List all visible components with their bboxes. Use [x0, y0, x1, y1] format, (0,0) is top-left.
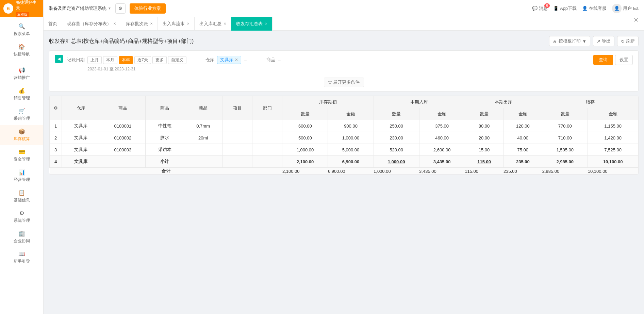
row-out-qty[interactable]: 20.00: [465, 132, 503, 144]
sidebar-item-enterprise[interactable]: 🏢 企业协同: [0, 227, 43, 247]
tab-inventory-dist-close[interactable]: ✕: [113, 22, 116, 26]
export-button[interactable]: ↗ 导出: [593, 36, 614, 46]
tab-in-out-flow[interactable]: 出入库流水 ✕: [158, 17, 195, 31]
row-opening-qty: 2,100.00: [282, 156, 328, 168]
row-out-qty[interactable]: 15.00: [465, 144, 503, 156]
query-button[interactable]: 查询: [593, 55, 613, 65]
row-in-qty[interactable]: 520.00: [374, 144, 419, 156]
col-goods-name-header: 商品: [146, 96, 184, 120]
tab-collect-summary[interactable]: 收发存汇总表 ✕: [231, 17, 273, 31]
sidebar-item-purchase[interactable]: 🛒 采购管理: [0, 104, 43, 125]
row-out-qty-link[interactable]: 20.00: [479, 135, 490, 141]
row-in-qty[interactable]: 1,000.00: [374, 156, 419, 168]
sidebar-item-quick-nav[interactable]: 🏠 快捷导航: [0, 40, 43, 61]
col-group-out: 本期出库: [465, 96, 542, 108]
user-menu[interactable]: 👤 用户 Ea: [612, 4, 639, 13]
tab-in-out-summary[interactable]: 出入库汇总 ✕: [195, 17, 231, 31]
tab-in-out-summary-close[interactable]: ✕: [224, 22, 226, 26]
tab-batch-close[interactable]: ✕: [150, 22, 153, 26]
footer-balance-qty: 2,985.00: [542, 168, 588, 174]
row-out-amt: 40.00: [503, 132, 542, 144]
system-title-dropdown[interactable]: 装备及固定资产辅助管理系统 ▼: [49, 5, 111, 12]
warehouse-more-button[interactable]: ...: [244, 57, 247, 62]
settings-button[interactable]: ⚙: [115, 3, 126, 14]
row-out-qty[interactable]: 115.00: [465, 156, 503, 168]
table-footer: 合计 2,100.00 6,900.00 1,000.00 3,435.00 1…: [50, 168, 638, 174]
sidebar-item-marketing[interactable]: 📢 营销推广: [0, 64, 43, 84]
row-in-qty[interactable]: 250.00: [374, 120, 419, 132]
row-in-qty-link[interactable]: 520.00: [390, 147, 403, 152]
tab-inventory-dist[interactable]: 现存量（库存分布表） ✕: [62, 17, 121, 31]
warehouse-filter: 仓库 文具库 ✕ ...: [205, 56, 247, 64]
row-in-qty[interactable]: 230.00: [374, 132, 419, 144]
date-btn-more[interactable]: 更多: [152, 56, 167, 64]
date-btn-this-year[interactable]: 本年: [119, 56, 133, 64]
row-department: [252, 156, 282, 168]
date-btn-this-month[interactable]: 本月: [103, 56, 117, 64]
operations-icon: 📊: [18, 169, 25, 176]
gear-icon: ⚙: [118, 6, 122, 11]
sidebar-item-system[interactable]: ⚙ 系统管理: [0, 206, 43, 227]
goods-filter: 商品 ...: [266, 57, 281, 63]
col-goods-code-header: 商品: [100, 96, 146, 120]
col-department-header: 部门: [252, 96, 282, 120]
sidebar-item-sales[interactable]: 💰 销售管理: [0, 84, 43, 104]
row-out-qty-link[interactable]: 15.00: [479, 147, 490, 152]
table-row: 4文具库小计2,100.006,900.001,000.003,435.0011…: [50, 156, 638, 168]
goods-more-button[interactable]: ...: [278, 57, 281, 62]
app-download-button[interactable]: 📱 App下载: [553, 5, 577, 12]
sidebar-item-search[interactable]: 🔍 搜索菜单: [0, 20, 43, 40]
message-button[interactable]: 💬 消息 6: [532, 5, 548, 12]
sidebar-item-finance[interactable]: 💳 资金管理: [0, 145, 43, 166]
sidebar-divider: [4, 62, 39, 62]
tab-home-label: 首页: [48, 21, 57, 27]
tab-batch[interactable]: 库存批次账 ✕: [121, 17, 158, 31]
page-title: 收发存汇总表(按仓库+商品编码+商品+规格型号+项目+部门): [49, 38, 194, 45]
filter-toggle-button[interactable]: ◀: [55, 55, 63, 63]
row-no: 4: [50, 156, 62, 168]
online-service-button[interactable]: 👤 在线客服: [582, 5, 607, 12]
tabbar-close-all[interactable]: ✕: [628, 16, 644, 24]
row-in-qty-link[interactable]: 250.00: [390, 123, 403, 129]
row-goods-name: 采访本: [146, 144, 184, 156]
row-out-qty[interactable]: 80.00: [465, 120, 503, 132]
col-in-qty-header: 数量: [374, 108, 419, 120]
tab-in-out-flow-close[interactable]: ✕: [187, 22, 189, 26]
print-button[interactable]: 🖨 按模板打印 ▼: [549, 36, 590, 46]
page-actions: 🖨 按模板打印 ▼ ↗ 导出 ↻ 刷新: [549, 36, 639, 46]
warehouse-remove-button[interactable]: ✕: [235, 57, 238, 62]
date-range-text: 2023-01-01 至 2023-12-31: [87, 67, 135, 71]
tab-home[interactable]: 首页: [44, 17, 62, 31]
row-out-qty-link[interactable]: 80.00: [479, 123, 490, 129]
expand-button[interactable]: ▽ 展开更多条件: [324, 78, 364, 87]
tab-in-out-summary-label: 出入库汇总: [199, 21, 221, 27]
sidebar-item-label: 经营管理: [14, 177, 30, 183]
settings-form-button[interactable]: 设置: [615, 55, 633, 65]
date-btn-7days[interactable]: 近7天: [134, 56, 151, 64]
sidebar-item-basic-info[interactable]: 📋 基础信息: [0, 186, 43, 206]
date-btn-custom[interactable]: 自定义: [168, 56, 186, 64]
sidebar-item-operations[interactable]: 📊 经营管理: [0, 166, 43, 186]
footer-opening-amt: 6,900.00: [328, 168, 374, 174]
experience-button[interactable]: 体验行业方案: [130, 3, 166, 14]
row-out-qty-link[interactable]: 115.00: [477, 159, 491, 164]
filter-action-buttons: 查询 设置: [593, 55, 633, 65]
sidebar-item-guide[interactable]: 📖 新手引导: [0, 247, 43, 268]
row-in-amt: 2,600.00: [419, 144, 465, 156]
row-balance-amt: 7,525.00: [588, 144, 638, 156]
tab-collect-summary-close[interactable]: ✕: [265, 22, 267, 26]
row-in-qty-link[interactable]: 1,000.00: [388, 159, 405, 164]
table-settings-icon: ⚙: [54, 105, 58, 111]
refresh-button[interactable]: ↻ 刷新: [617, 36, 639, 46]
row-balance-qty: 2,985.00: [542, 156, 588, 168]
row-in-qty-link[interactable]: 230.00: [390, 135, 403, 141]
sidebar-item-label: 基础信息: [14, 197, 30, 203]
row-opening-amt: 1,000.00: [328, 132, 374, 144]
sidebar-item-inventory[interactable]: 📦 库存核算: [0, 125, 43, 145]
col-settings[interactable]: ⚙: [50, 96, 62, 120]
row-balance-qty: 770.00: [542, 120, 588, 132]
main-content: 收发存汇总表(按仓库+商品编码+商品+规格型号+项目+部门) 🖨 按模板打印 ▼…: [44, 31, 644, 180]
row-warehouse: 文具库: [62, 156, 100, 168]
tab-in-out-flow-label: 出入库流水: [163, 21, 185, 27]
date-btn-last-month[interactable]: 上月: [87, 56, 102, 64]
